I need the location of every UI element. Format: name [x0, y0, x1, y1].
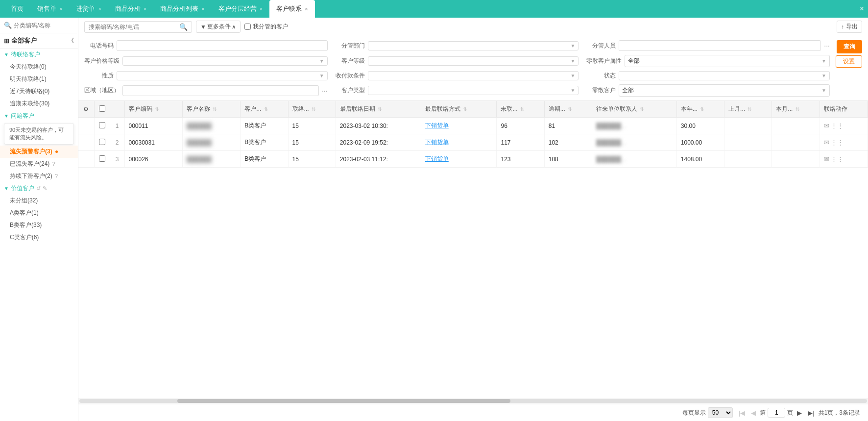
row-last-method-0[interactable]: 下销货单: [421, 118, 497, 134]
row-action-0[interactable]: ✉ ⋮⋮: [820, 118, 868, 134]
horizontal-scrollbar[interactable]: [78, 398, 868, 404]
col-last-method[interactable]: 最后联络方式 ⇅: [421, 101, 497, 118]
col-overdue[interactable]: 逾期... ⇅: [544, 101, 592, 118]
last-page-btn[interactable]: ▶|: [806, 408, 816, 418]
col-type[interactable]: 客户... ⇅: [241, 101, 288, 118]
row-checkbox-0[interactable]: [94, 118, 110, 134]
sidebar-collapse-btn[interactable]: 《: [68, 37, 74, 45]
first-page-btn[interactable]: |◀: [737, 408, 747, 418]
sidebar-group-value[interactable]: ▼ 价值客户 ↺ ✎: [0, 182, 78, 195]
filter-manager-dots[interactable]: ···: [824, 42, 830, 50]
contact-icon-2[interactable]: ✉: [824, 155, 829, 163]
filter-region-input[interactable]: [122, 85, 319, 96]
tab-analysis[interactable]: 商品分析 ×: [108, 0, 153, 18]
filter-manager-input[interactable]: [619, 40, 821, 51]
filter-customer-level-select[interactable]: ▼: [368, 56, 579, 66]
row-last-month-0: [724, 118, 772, 134]
more-icon-2[interactable]: ⋮⋮: [831, 155, 844, 163]
filter-phone-input[interactable]: [117, 40, 328, 51]
filter-customer-type-select[interactable]: ▼: [368, 86, 579, 95]
tab-analysis-close[interactable]: ×: [144, 6, 146, 12]
settings-button[interactable]: 设置: [836, 55, 862, 68]
tab-customer-contact[interactable]: 客户联系 ×: [269, 0, 314, 18]
col-uncontacted[interactable]: 未联... ⇅: [497, 101, 544, 118]
query-button[interactable]: 查询: [837, 40, 862, 53]
chevron-status-icon: ▼: [821, 73, 826, 78]
sidebar-item-b-class[interactable]: B类客户(33): [0, 219, 78, 231]
sidebar-item-7days[interactable]: 近7天待联络(0): [0, 85, 78, 98]
next-page-btn[interactable]: ▶: [795, 408, 804, 418]
filter-retail-attr-select[interactable]: 全部 ▼: [625, 55, 830, 67]
tab-analysis-list[interactable]: 商品分析列表 ×: [153, 0, 211, 18]
sidebar-item-churned[interactable]: 已流失客户(24) ?: [0, 158, 78, 170]
info-icon2: ?: [55, 173, 58, 179]
tab-customer-tier[interactable]: 客户分层经营 ×: [212, 0, 269, 18]
select-all-checkbox[interactable]: [99, 105, 105, 112]
col-this-year[interactable]: 本年... ⇅: [676, 101, 724, 118]
more-icon-1[interactable]: ⋮⋮: [831, 139, 844, 146]
contact-icon-0[interactable]: ✉: [824, 122, 829, 129]
col-name[interactable]: 客户名称 ⇅: [182, 101, 240, 118]
col-last-month[interactable]: 上月... ⇅: [724, 101, 772, 118]
row-settings-2: [78, 151, 94, 168]
sidebar-group-problem[interactable]: ▼ 问题客户: [0, 110, 78, 122]
tab-purchase-close[interactable]: ×: [98, 6, 101, 12]
col-this-month[interactable]: 本月... ⇅: [772, 101, 820, 118]
col-contact[interactable]: 联络... ⇅: [288, 101, 336, 118]
window-close-btn[interactable]: ×: [860, 4, 864, 13]
sidebar-group-pending[interactable]: ▼ 待联络客户: [0, 49, 78, 61]
sidebar-item-overdue[interactable]: 逾期未联络(30): [0, 98, 78, 110]
sidebar-all-customers[interactable]: ⊞ 全部客户 《: [0, 33, 78, 49]
filter-region-dots[interactable]: ···: [322, 87, 328, 95]
filter-status-select[interactable]: ▼: [619, 71, 830, 80]
sidebar-item-declining[interactable]: 持续下滑客户(2) ?: [0, 170, 78, 182]
export-btn[interactable]: ↑ 导出: [837, 21, 862, 33]
sidebar-item-tomorrow[interactable]: 明天待联络(1): [0, 73, 78, 85]
sidebar-item-today[interactable]: 今天待联络(0): [0, 61, 78, 73]
tab-analysis-list-close[interactable]: ×: [201, 6, 204, 12]
col-settings[interactable]: ⚙: [78, 101, 94, 118]
row-last-method-1[interactable]: 下销货单: [421, 134, 497, 151]
sidebar-item-churn-warning[interactable]: 流失预警客户(3) ●: [0, 146, 78, 158]
filter-price-level-select[interactable]: ▼: [122, 56, 328, 66]
row-last-method-2[interactable]: 下销货单: [421, 151, 497, 168]
more-icon-0[interactable]: ⋮⋮: [831, 122, 844, 129]
tab-home[interactable]: 首页: [4, 0, 30, 18]
sidebar-search-input[interactable]: [14, 22, 78, 29]
row-checkbox-2[interactable]: [94, 151, 110, 168]
tab-sales[interactable]: 销售单 ×: [30, 0, 69, 18]
tab-customer-contact-close[interactable]: ×: [305, 6, 308, 12]
row-checkbox-1[interactable]: [94, 134, 110, 151]
col-code[interactable]: 客户编码 ⇅: [124, 101, 182, 118]
tab-customer-tier-close[interactable]: ×: [260, 6, 263, 12]
filter-nature-select[interactable]: ▼: [117, 71, 328, 80]
page-input[interactable]: [768, 408, 785, 418]
edit-icon[interactable]: ✎: [43, 185, 47, 192]
contact-icon-1[interactable]: ✉: [824, 139, 829, 146]
sidebar-item-c-class[interactable]: C类客户(6): [0, 231, 78, 244]
filter-retail-customer-select[interactable]: 全部 ▼: [619, 84, 830, 97]
scrollbar-thumb[interactable]: [177, 399, 510, 403]
prev-page-btn[interactable]: ◀: [749, 408, 758, 418]
filter-dept-select[interactable]: ▼: [368, 41, 579, 50]
col-last-date[interactable]: 最后联络日期 ⇅: [336, 101, 421, 118]
col-contact-person[interactable]: 往来单位联系人 ⇅: [592, 101, 677, 118]
sidebar-item-ungrouped[interactable]: 未分组(32): [0, 195, 78, 207]
chevron-dept-icon: ▼: [570, 43, 575, 49]
tab-sales-close[interactable]: ×: [59, 6, 62, 12]
row-action-1[interactable]: ✉ ⋮⋮: [820, 134, 868, 151]
tab-purchase[interactable]: 进货单 ×: [69, 0, 108, 18]
row-action-2[interactable]: ✉ ⋮⋮: [820, 151, 868, 168]
sidebar-item-a-class[interactable]: A类客户(1): [0, 207, 78, 219]
search-input[interactable]: [89, 24, 177, 30]
my-customer-checkbox-wrap[interactable]: 我分管的客户: [244, 23, 288, 31]
search-icon[interactable]: 🔍: [179, 23, 188, 31]
my-customer-checkbox[interactable]: [244, 24, 251, 30]
refresh-icon[interactable]: ↺: [36, 185, 41, 192]
page-size-select[interactable]: 50 100 200: [708, 407, 733, 418]
page-size-wrap: 每页显示 50 100 200: [682, 407, 733, 418]
footer: 每页显示 50 100 200 |◀ ◀ 第 页 ▶ ▶| 共1页，3条记录: [78, 404, 868, 421]
filter-payment-select[interactable]: ▼: [368, 71, 579, 80]
more-filter-btn[interactable]: ▼ 更多条件 ∧: [196, 21, 241, 33]
row-last-date-2: 2023-02-03 11:12:: [336, 151, 421, 168]
